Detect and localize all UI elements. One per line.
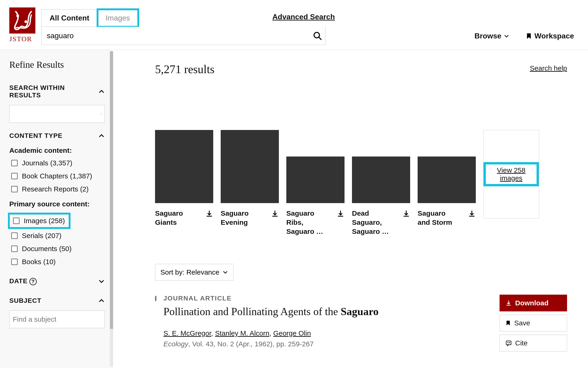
academic-header: Academic content: [9,147,105,154]
filter-books[interactable]: Books (10) [11,258,105,266]
search-icon [313,31,322,41]
checkbox[interactable] [13,218,19,224]
chevron-down-icon [98,278,105,285]
download-icon[interactable] [468,210,476,218]
section-date[interactable]: DATE? [9,277,105,285]
image-title: Saguaro Evening [221,209,263,227]
result-title[interactable]: Pollination and Pollinating Agents of th… [163,305,490,318]
save-label: Save [514,319,530,327]
logo-text: JSTOR [9,35,36,43]
section-label: DATE? [9,277,37,285]
svg-point-2 [25,20,27,23]
checkbox[interactable] [11,186,18,192]
download-button[interactable]: Download [499,295,567,311]
image-title: Saguaro Giants [155,209,197,227]
section-search-within[interactable]: SEARCH WITHIN RESULTS [9,84,105,99]
author-link[interactable]: Stanley M. Alcorn [215,329,269,337]
title-bold: Saguaro [341,306,379,317]
view-more-highlight: View 258 images [483,162,539,186]
svg-line-4 [319,37,321,40]
filter-serials[interactable]: Serials (207) [11,232,105,240]
filter-book-chapters[interactable]: Book Chapters (1,387) [11,172,105,180]
browse-menu[interactable]: Browse [474,32,509,40]
download-icon[interactable] [271,210,279,218]
image-thumb[interactable] [418,156,476,203]
image-strip: Saguaro Giants Saguaro Evening Saguaro R… [155,130,567,236]
section-content-type[interactable]: CONTENT TYPE [9,132,105,139]
result-checkbox[interactable] [155,296,156,355]
save-button[interactable]: Save [499,315,567,331]
filter-label: Documents (50) [22,245,71,253]
filter-journals[interactable]: Journals (3,357) [11,159,105,167]
checkbox[interactable] [11,258,18,265]
checkbox[interactable] [11,246,18,252]
search-button[interactable] [310,28,325,44]
svg-point-1 [16,14,19,17]
filter-label: Images (258) [24,217,65,225]
image-title: Saguaro Ribs, Saguaro … [286,209,328,236]
cite-button[interactable]: Cite [499,335,567,351]
sort-button[interactable]: Sort by: Relevance [155,264,233,281]
bookmark-icon [505,320,511,326]
meta-journal: Ecology [163,340,188,348]
author-link[interactable]: George Olin [273,329,311,337]
author-link[interactable]: S. E. McGregor [163,329,211,337]
search-help-link[interactable]: Search help [530,64,567,72]
search-input[interactable] [42,27,310,45]
checkbox[interactable] [11,160,18,166]
workspace-link[interactable]: Workspace [526,32,574,40]
checkbox[interactable] [11,173,18,179]
download-icon[interactable] [402,210,410,218]
view-more-link[interactable]: View 258 images [497,166,526,182]
svg-point-3 [314,32,319,38]
filter-label: Research Reports (2) [22,185,89,193]
tab-images[interactable]: Images [98,9,138,27]
result-authors: S. E. McGregor, Stanley M. Alcorn, Georg… [163,329,490,337]
logo[interactable]: JSTOR [9,8,36,43]
search-within-input-row [9,105,105,123]
image-card[interactable]: Dead Saguaro, Saguaro … [352,130,410,236]
filter-images[interactable]: Images (258) [13,217,65,225]
logo-tile [9,8,36,34]
section-label: SEARCH WITHIN RESULTS [9,84,98,99]
bookmark-icon [526,32,532,40]
search-within-input[interactable] [12,110,101,118]
download-icon [505,300,512,306]
filter-documents[interactable]: Documents (50) [11,245,105,253]
result-body: JOURNAL ARTICLE Pollination and Pollinat… [163,295,490,355]
chevron-up-icon [98,297,105,304]
tab-all-content[interactable]: All Content [41,9,98,27]
refine-title: Refine Results [9,59,105,70]
advanced-search-link[interactable]: Advanced Search [272,13,335,21]
image-title: Dead Saguaro, Saguaro … [352,209,394,236]
filter-research-reports[interactable]: Research Reports (2) [11,185,105,193]
filter-label: Books (10) [22,258,56,266]
sidebar: Refine Results SEARCH WITHIN RESULTS CON… [0,50,113,368]
download-icon[interactable] [337,210,345,218]
cite-label: Cite [515,339,527,347]
sidebar-scrollbar[interactable] [110,51,113,367]
help-icon[interactable]: ? [29,278,37,285]
section-label: CONTENT TYPE [9,132,62,139]
main: 5,271 results Search help Saguaro Giants… [113,50,588,368]
workspace-label: Workspace [535,32,574,40]
find-subject-input[interactable] [13,315,101,323]
chevron-down-icon [504,33,509,39]
image-thumb[interactable] [221,130,279,203]
image-thumb[interactable] [352,156,410,203]
download-icon[interactable] [205,210,213,218]
image-thumb[interactable] [155,130,213,203]
image-card[interactable]: Saguaro and Storm [418,130,476,227]
section-subject[interactable]: SUBJECT [9,297,105,304]
image-card[interactable]: Saguaro Giants [155,130,213,227]
sort-label: Sort by: Relevance [160,268,219,276]
image-thumb[interactable] [286,156,345,203]
scrollbar-thumb[interactable] [110,51,113,329]
search-icon[interactable] [101,110,102,118]
image-card[interactable]: Saguaro Ribs, Saguaro … [286,130,345,236]
jstor-logo-icon [11,9,34,32]
title-pre: Pollination and Pollinating Agents of th… [163,306,341,317]
image-card[interactable]: Saguaro Evening [221,130,279,227]
download-label: Download [515,299,548,307]
checkbox[interactable] [11,232,18,239]
